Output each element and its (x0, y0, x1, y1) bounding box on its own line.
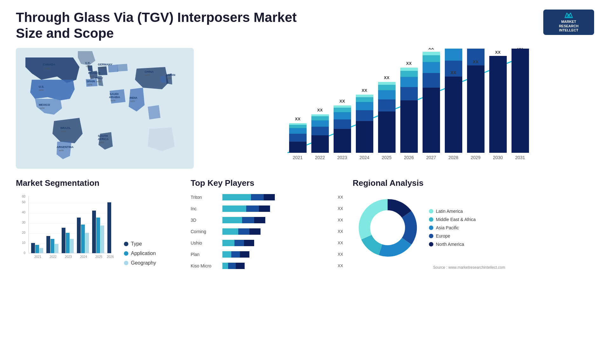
svg-rect-42 (311, 135, 329, 153)
svg-text:2021: 2021 (293, 155, 302, 160)
svg-rect-114 (31, 243, 35, 253)
svg-text:2025: 2025 (382, 155, 391, 160)
svg-text:AFRICA: AFRICA (98, 138, 109, 141)
reg-item-latin: Latin America (429, 209, 476, 214)
logo-box: MARKET RESEARCH INTELLECT (543, 10, 594, 35)
reg-item-mea: Middle East & Africa (429, 217, 476, 222)
svg-rect-66 (400, 100, 418, 153)
donut-container: Latin America Middle East & Africa Asia … (353, 193, 505, 263)
player-bar-plan (222, 250, 335, 259)
svg-rect-43 (311, 127, 329, 135)
svg-rect-126 (92, 211, 96, 253)
svg-text:30: 30 (22, 221, 26, 224)
svg-text:MEXICO: MEXICO (39, 103, 50, 106)
svg-text:XX: XX (317, 108, 323, 112)
legend-label-type: Type (131, 241, 142, 247)
svg-rect-40 (289, 123, 307, 125)
svg-text:ITALY: ITALY (95, 77, 103, 80)
player-row-triton: Triton XX (191, 193, 343, 202)
svg-rect-153 (222, 251, 231, 258)
regional-section: Regional Analysis (353, 178, 505, 270)
svg-text:2021: 2021 (34, 255, 42, 259)
legend-type: Type (124, 241, 156, 247)
svg-text:xx%: xx% (86, 65, 91, 68)
svg-text:2024: 2024 (359, 155, 369, 160)
legend-label-application: Application (131, 251, 156, 256)
svg-text:2026: 2026 (404, 155, 414, 160)
svg-rect-36 (289, 142, 307, 153)
chart-section: XX XX XX (207, 48, 594, 169)
bar-chart-svg: XX XX XX (216, 48, 594, 169)
players-title: Top Key Players (191, 178, 343, 188)
reg-label-na: North America (436, 242, 464, 247)
regional-legend: Latin America Middle East & Africa Asia … (429, 209, 476, 247)
segmentation-section: Market Segmentation 0 10 20 30 40 50 60 (16, 178, 181, 270)
reg-dot-na (429, 242, 433, 246)
svg-rect-56 (356, 102, 373, 110)
player-name-corning: Corning (191, 229, 219, 234)
svg-text:xx%: xx% (90, 75, 94, 78)
player-name-triton: Triton (191, 195, 219, 200)
player-bar-3d (222, 216, 335, 225)
svg-rect-51 (334, 108, 351, 112)
reg-dot-europe (429, 234, 433, 238)
svg-text:CHINA: CHINA (145, 70, 154, 73)
svg-text:XX: XX (362, 88, 367, 93)
world-map-svg: CANADA xx% U.S. xx% MEXICO xx% BRAZIL xx… (16, 48, 194, 169)
player-row-inc: Inc XX (191, 204, 343, 213)
page-title: Through Glass Via (TGV) Interposers Mark… (16, 10, 302, 42)
svg-text:XX: XX (473, 59, 478, 64)
svg-rect-45 (311, 116, 329, 120)
svg-rect-81 (467, 65, 485, 153)
svg-rect-37 (289, 134, 307, 142)
svg-text:U.K.: U.K. (85, 61, 91, 64)
legend-dot-application (124, 251, 128, 256)
bottom-grid: Market Segmentation 0 10 20 30 40 50 60 (16, 178, 594, 270)
svg-text:XX: XX (406, 61, 412, 66)
reg-item-asia: Asia Pacific (429, 225, 476, 230)
svg-text:50: 50 (22, 200, 26, 204)
svg-rect-150 (222, 240, 234, 246)
svg-text:10: 10 (22, 241, 26, 245)
reg-item-na: North America (429, 242, 476, 247)
svg-text:2026: 2026 (107, 255, 114, 259)
player-bar-inc (222, 204, 335, 213)
svg-rect-116 (39, 248, 43, 253)
svg-rect-39 (289, 125, 307, 128)
svg-rect-129 (107, 202, 111, 253)
player-name-kiso: Kiso Micro (191, 263, 219, 268)
svg-text:40: 40 (22, 211, 26, 214)
svg-text:FRANCE: FRANCE (88, 71, 100, 75)
svg-rect-52 (334, 105, 351, 108)
svg-text:2023: 2023 (65, 255, 72, 259)
svg-rect-83 (489, 56, 507, 153)
logo-area: MARKET RESEARCH INTELLECT (543, 10, 594, 35)
players-section: Top Key Players Triton XX (191, 178, 343, 270)
player-row-kiso: Kiso Micro XX (191, 261, 343, 270)
svg-text:JAPAN: JAPAN (166, 73, 175, 77)
svg-rect-117 (46, 236, 50, 253)
svg-rect-84 (512, 49, 529, 153)
header: Through Glass Via (TGV) Interposers Mark… (16, 10, 594, 42)
player-xx-inc: XX (338, 206, 343, 211)
reg-dot-asia (429, 226, 433, 230)
svg-rect-123 (77, 218, 81, 253)
svg-text:XX: XX (495, 50, 501, 55)
svg-text:SOUTH: SOUTH (98, 134, 108, 138)
player-name-inc: Inc (191, 206, 219, 211)
svg-text:xx%: xx% (40, 107, 44, 110)
svg-rect-69 (400, 71, 418, 77)
reg-label-europe: Europe (436, 233, 450, 239)
svg-rect-144 (222, 217, 242, 223)
player-xx-plan: XX (338, 252, 343, 257)
svg-text:2022: 2022 (315, 155, 325, 160)
svg-text:60: 60 (22, 195, 26, 198)
donut-chart (353, 193, 423, 263)
svg-text:U.S.: U.S. (39, 85, 44, 88)
svg-rect-54 (356, 121, 373, 153)
svg-text:xx%: xx% (99, 141, 104, 144)
legend-label-geography: Geography (131, 260, 156, 266)
svg-rect-124 (81, 225, 85, 253)
svg-text:2030: 2030 (493, 155, 503, 160)
player-xx-3d: XX (338, 218, 343, 222)
